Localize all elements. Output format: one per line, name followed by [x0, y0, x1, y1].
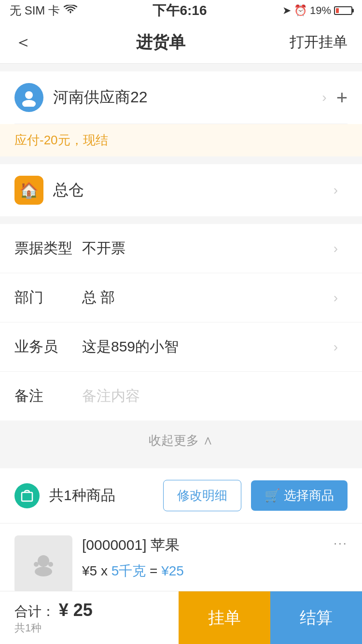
- hang-button[interactable]: 挂单: [179, 591, 270, 644]
- warehouse-chevron-icon: ›: [334, 182, 338, 198]
- field-value-salesman: 这是859的小智: [72, 337, 334, 357]
- product-price-row: ¥5 x 5千克 = ¥25: [82, 562, 324, 580]
- content: 河南供应商22 › + 应付-20元，现结 🏠 总仓 › 票据类型 不开票 › …: [0, 71, 362, 644]
- checkout-button[interactable]: 结算: [270, 591, 362, 644]
- warehouse-name: 总仓: [53, 180, 334, 201]
- product-title: 苹果: [151, 537, 180, 553]
- svg-point-0: [25, 91, 33, 99]
- products-icon: [14, 483, 40, 508]
- product-thumbnail: [14, 535, 72, 593]
- status-left: 无 SIM 卡: [10, 3, 77, 18]
- field-salesman[interactable]: 业务员 这是859的小智 ›: [0, 322, 362, 372]
- field-label-dept: 部门: [14, 288, 72, 308]
- status-time: 下午6:16: [153, 1, 207, 20]
- fields-section: 票据类型 不开票 › 部门 总 部 › 业务员 这是859的小智 › 备注 备注…: [0, 224, 362, 420]
- field-label-ticket: 票据类型: [14, 238, 72, 258]
- total-amount: ¥ 25: [59, 600, 93, 620]
- svg-point-5: [34, 562, 39, 567]
- products-header: 共1种商品 修改明细 🛒 选择商品: [0, 468, 362, 523]
- warehouse-icon: 🏠: [14, 176, 43, 205]
- page-title: 进货单: [136, 31, 185, 54]
- product-more-button[interactable]: ···: [334, 535, 348, 551]
- subtotal: ¥25: [161, 563, 184, 578]
- field-value-ticket: 不开票: [72, 238, 334, 258]
- supplier-chevron-icon: ›: [322, 90, 326, 105]
- field-remark[interactable]: 备注 备注内容: [0, 372, 362, 420]
- bottom-bar: 合计： ¥ 25 共1种 挂单 结算: [0, 591, 362, 644]
- cart-icon: 🛒: [265, 488, 280, 503]
- dept-chevron-icon: ›: [334, 290, 338, 306]
- quantity: 5千克: [111, 563, 146, 578]
- field-value-remark[interactable]: 备注内容: [72, 386, 348, 406]
- unit-price: ¥5 x: [82, 563, 111, 578]
- back-button[interactable]: ＜: [14, 30, 32, 54]
- field-value-dept: 总 部: [72, 288, 334, 308]
- field-label-salesman: 业务员: [14, 337, 72, 357]
- field-ticket-type[interactable]: 票据类型 不开票 ›: [0, 224, 362, 273]
- total-count: 共1种: [14, 621, 164, 635]
- wifi-icon: [64, 4, 77, 17]
- battery-percentage: 19%: [310, 4, 331, 17]
- alarm-icon: ⏰: [294, 4, 307, 17]
- status-right: ➤ ⏰ 19%: [282, 4, 352, 17]
- select-product-label: 选择商品: [284, 487, 334, 504]
- supplier-avatar: [14, 83, 43, 112]
- field-label-remark: 备注: [14, 386, 72, 406]
- svg-rect-2: [22, 492, 32, 501]
- supplier-name: 河南供应商22: [53, 87, 322, 108]
- add-button[interactable]: +: [336, 88, 348, 107]
- supplier-notice: 应付-20元，现结: [0, 124, 362, 156]
- supplier-section: 河南供应商22 › + 应付-20元，现结: [0, 71, 362, 156]
- product-info: [0000001] 苹果 ¥5 x 5千克 = ¥25: [82, 535, 324, 580]
- select-product-button[interactable]: 🛒 选择商品: [251, 480, 348, 511]
- ticket-chevron-icon: ›: [334, 241, 338, 256]
- total-label: 合计：: [14, 604, 55, 619]
- collapse-bar[interactable]: 收起更多 ∧: [0, 420, 362, 461]
- salesman-chevron-icon: ›: [334, 339, 338, 355]
- svg-point-3: [38, 555, 49, 567]
- battery-icon: [334, 6, 352, 15]
- location-icon: ➤: [282, 4, 291, 17]
- carrier-text: 无 SIM 卡: [10, 3, 60, 18]
- field-department[interactable]: 部门 总 部 ›: [0, 273, 362, 322]
- edit-detail-button[interactable]: 修改明细: [163, 480, 241, 511]
- supplier-row[interactable]: 河南供应商22 › +: [0, 71, 362, 124]
- status-bar: 无 SIM 卡 下午6:16 ➤ ⏰ 19%: [0, 0, 362, 21]
- products-count: 共1种商品: [49, 486, 153, 505]
- svg-point-6: [48, 562, 53, 567]
- warehouse-row[interactable]: 🏠 总仓 ›: [0, 164, 362, 216]
- equals-sign: =: [150, 563, 161, 578]
- svg-point-4: [35, 567, 52, 576]
- open-hang-button[interactable]: 打开挂单: [290, 32, 348, 52]
- product-name: [0000001] 苹果: [82, 535, 324, 555]
- product-code: [0000001]: [82, 537, 151, 553]
- nav-bar: ＜ 进货单 打开挂单: [0, 21, 362, 64]
- bottom-total: 合计： ¥ 25 共1种: [0, 600, 179, 635]
- svg-point-1: [22, 100, 36, 107]
- total-row: 合计： ¥ 25: [14, 600, 164, 621]
